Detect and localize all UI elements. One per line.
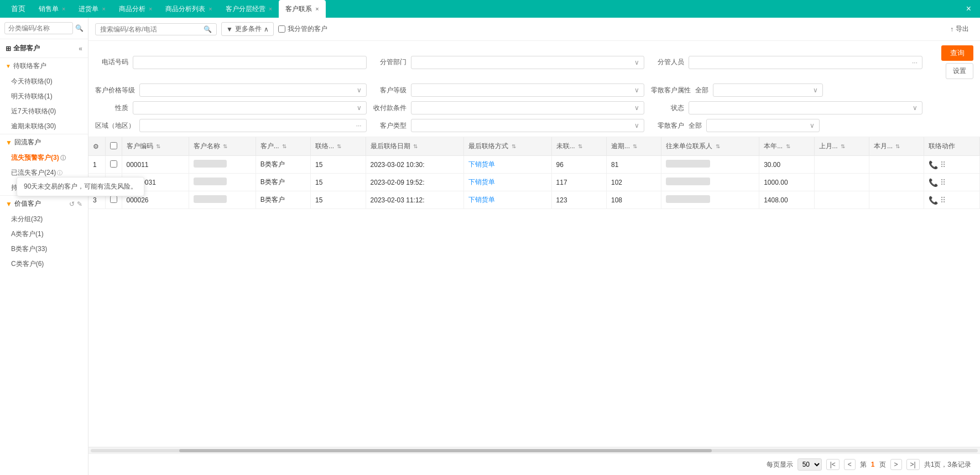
col-year-amount[interactable]: 本年... ⇅ xyxy=(759,137,814,156)
row3-actions: 📞 ⠿ xyxy=(924,191,980,209)
close-sales-tab[interactable]: × xyxy=(62,6,65,12)
row1-more-icon[interactable]: ⠿ xyxy=(940,160,946,169)
filter-nature-select[interactable]: ∨ xyxy=(133,101,367,114)
export-button[interactable]: ↑ 导出 xyxy=(946,23,973,35)
row1-last-method[interactable]: 下销货单 xyxy=(464,156,551,174)
close-analysis-tab[interactable]: × xyxy=(149,6,152,12)
sidebar-item-tomorrow-pending[interactable]: 明天待联络(1) xyxy=(0,89,88,104)
setting-button[interactable]: 设置 xyxy=(946,63,973,79)
filter-region-select[interactable]: ··· xyxy=(139,119,367,132)
refresh-icon[interactable]: ↺ xyxy=(69,200,75,208)
select-all-checkbox[interactable] xyxy=(110,142,117,149)
col-last-month[interactable]: 上月... ⇅ xyxy=(814,137,869,156)
region-dots[interactable]: ··· xyxy=(356,122,362,129)
filter-actions: 查询 设置 xyxy=(929,45,973,79)
sidebar-item-b-class[interactable]: B类客户(33) xyxy=(0,242,88,257)
row2-phone-icon[interactable]: 📞 xyxy=(929,178,938,187)
scrollbar-thumb[interactable] xyxy=(179,449,711,452)
sidebar-item-a-class[interactable]: A类客户(1) xyxy=(0,227,88,242)
sidebar-search-input[interactable] xyxy=(4,22,73,34)
next-page-btn[interactable]: > xyxy=(890,459,902,470)
nav-item-customer-tier[interactable]: 客户分层经营 × xyxy=(219,0,279,18)
prev-page-btn[interactable]: < xyxy=(844,459,856,470)
filter-more-btn[interactable]: ▼ 更多条件 ∧ xyxy=(221,22,274,36)
close-customer-contact-tab[interactable]: × xyxy=(315,6,319,12)
nav-item-sales[interactable]: 销售单 × xyxy=(32,0,72,18)
sidebar-item-today-pending[interactable]: 今天待联络(0) xyxy=(0,74,88,89)
col-settings[interactable]: ⚙ xyxy=(88,137,105,156)
sort-code-icon: ⇅ xyxy=(156,143,160,149)
col-last-date[interactable]: 最后联络日期 ⇅ xyxy=(366,137,464,156)
sidebar-item-churn-warning[interactable]: 流失预警客户(3) ⓘ xyxy=(0,150,88,165)
sidebar-item-ungrouped[interactable]: 未分组(32) xyxy=(0,212,88,227)
search-input[interactable] xyxy=(100,25,204,33)
row1-phone-icon[interactable]: 📞 xyxy=(929,160,938,169)
close-all-button[interactable]: × xyxy=(962,4,976,14)
last-page-btn[interactable]: >| xyxy=(906,459,920,470)
my-customers-check[interactable] xyxy=(278,25,285,33)
row2-last-method[interactable]: 下销货单 xyxy=(464,174,551,191)
row1-check[interactable] xyxy=(110,160,117,168)
nav-item-customer-contact[interactable]: 客户联系 × xyxy=(279,0,325,18)
col-last-method[interactable]: 最后联络方式 ⇅ xyxy=(464,137,551,156)
nav-home[interactable]: 首页 xyxy=(4,0,32,18)
sidebar-search-icon[interactable]: 🔍 xyxy=(75,24,84,32)
filter-price-select[interactable]: ∨ xyxy=(139,83,367,97)
col-overdue[interactable]: 逾期... ⇅ xyxy=(607,137,661,156)
col-code[interactable]: 客户编码 ⇅ xyxy=(122,137,189,156)
per-page-select[interactable]: 50 xyxy=(797,458,822,471)
nav-item-purchase[interactable]: 进货单 × xyxy=(72,0,112,18)
col-type[interactable]: 客户... ⇅ xyxy=(256,137,310,156)
filter-zero-attr-select[interactable]: ∨ xyxy=(713,83,822,97)
sidebar-item-overdue-pending[interactable]: 逾期未联络(30) xyxy=(0,119,88,134)
col-person[interactable]: 往来单位联系人 ⇅ xyxy=(661,137,759,156)
sort-overdue-icon: ⇅ xyxy=(633,143,637,149)
sidebar-group-return[interactable]: ▼ 回流客户 xyxy=(0,134,88,150)
my-customers-checkbox[interactable]: 我分管的客户 xyxy=(278,24,327,34)
col-name[interactable]: 客户名称 ⇅ xyxy=(189,137,256,156)
close-purchase-tab[interactable]: × xyxy=(102,6,105,12)
row3-year-amount: 1408.00 xyxy=(759,191,814,209)
row2-more-icon[interactable]: ⠿ xyxy=(940,178,946,187)
filter-zero-customer-select[interactable]: ∨ xyxy=(706,119,819,132)
sidebar-item-7day-pending[interactable]: 近7天待联络(0) xyxy=(0,104,88,119)
manager-dots[interactable]: ··· xyxy=(912,59,918,66)
filter-manager: 分管人员 ··· xyxy=(651,56,922,69)
row3-type: B类客户 xyxy=(256,191,310,209)
row3-check[interactable] xyxy=(110,196,117,203)
filter-phone-input[interactable] xyxy=(133,56,367,69)
col-this-month[interactable]: 本月... ⇅ xyxy=(869,137,924,156)
filter-customer-level-select[interactable]: ∨ xyxy=(411,83,645,97)
filter-manager-select[interactable]: ··· xyxy=(689,56,922,69)
filter-status-select[interactable]: ∨ xyxy=(689,101,922,114)
filter-dept-select[interactable]: ∨ xyxy=(411,56,645,69)
nav-item-analysis-list[interactable]: 商品分析列表 × xyxy=(159,0,218,18)
table-row: 3 000026 B类客户 15 2023-02-03 11:12: 下销货单 … xyxy=(88,191,980,209)
close-analysis-list-tab[interactable]: × xyxy=(208,6,212,12)
sidebar-group-value[interactable]: ▼ 价值客户 ↺ ✎ xyxy=(0,195,88,212)
first-page-btn[interactable]: |< xyxy=(826,459,840,470)
row1-name-blurred xyxy=(194,160,227,168)
sidebar-all-customers[interactable]: ⊞ 全部客户 « xyxy=(0,39,88,58)
row3-more-icon[interactable]: ⠿ xyxy=(940,196,946,205)
table-row: 1 000011 B类客户 15 2023-03-02 10:30: 下销货单 … xyxy=(88,156,980,174)
col-contact[interactable]: 联络... ⇅ xyxy=(311,137,366,156)
table-area: ⚙ 客户编码 ⇅ 客户名称 ⇅ 客户... ⇅ 联络... ⇅ 最后联络日期 ⇅… xyxy=(88,137,980,447)
filter-payment-select[interactable]: ∨ xyxy=(411,101,645,114)
row3-last-method[interactable]: 下销货单 xyxy=(464,191,551,209)
query-button[interactable]: 查询 xyxy=(941,45,973,61)
edit-icon[interactable]: ✎ xyxy=(77,200,82,208)
close-customer-tier-tab[interactable]: × xyxy=(269,6,272,12)
sidebar-item-c-class[interactable]: C类客户(6) xyxy=(0,257,88,272)
nav-item-analysis[interactable]: 商品分析 × xyxy=(112,0,159,18)
row3-last-date: 2023-02-03 11:12: xyxy=(366,191,464,209)
sidebar-group-pending[interactable]: ▼ 待联络客户 xyxy=(0,58,88,74)
filter-price-label: 客户价格等级 xyxy=(95,86,135,95)
col-unlink[interactable]: 未联... ⇅ xyxy=(551,137,606,156)
filter-customer-type-select[interactable]: ∨ xyxy=(411,119,645,132)
col-checkbox[interactable] xyxy=(105,137,122,156)
horizontal-scrollbar[interactable] xyxy=(88,447,980,453)
row1-checkbox[interactable] xyxy=(105,156,122,174)
toolbar-search-icon[interactable]: 🔍 xyxy=(204,25,212,33)
row3-phone-icon[interactable]: 📞 xyxy=(929,196,938,205)
